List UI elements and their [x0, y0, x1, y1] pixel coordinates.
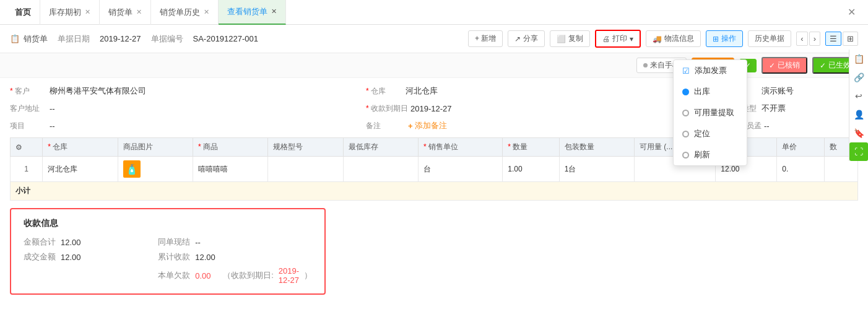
col-qty: * 数量 [503, 138, 559, 157]
sidebar-btn-expand[interactable]: ⛶ [849, 142, 868, 161]
note-label: 备注 [366, 121, 403, 131]
radio-unselected-icon [682, 110, 689, 116]
dropdown-pickup[interactable]: 可用量提取 [674, 102, 747, 123]
deal-label: 成交金额 [24, 251, 56, 263]
date-value: 2019-12-27 [100, 34, 141, 43]
sidebar-btn-5[interactable]: 🔖 [849, 124, 868, 142]
radio-refresh-icon [682, 152, 689, 158]
deal-value: 12.00 [61, 253, 81, 262]
nav-next-button[interactable]: › [809, 32, 820, 46]
tab-bar-right: ✕ [841, 6, 862, 18]
customer-addr-field: 客户地址 -- [10, 103, 366, 114]
view-grid-button[interactable]: ⊞ [843, 32, 858, 46]
addr-label: 客户地址 [10, 103, 47, 114]
col-pack-qty: 包装数量 [559, 138, 634, 157]
sold-badge[interactable]: ✓ 已核销 [762, 57, 807, 74]
nav-prev-button[interactable]: ‹ [796, 32, 807, 46]
tab-sales-order[interactable]: 销货单 ✕ [100, 0, 151, 25]
warehouse-value: 河北仓库 [406, 85, 438, 97]
logistics-button[interactable]: 🚚 物流信息 [646, 30, 701, 47]
warehouse-field: 仓库 河北仓库 [366, 85, 722, 97]
sidebar-btn-3[interactable]: ↩ [849, 87, 868, 105]
dropdown-outbound[interactable]: 出库 [674, 81, 747, 102]
col-price: 单价 [777, 138, 825, 157]
row-min-stock [343, 157, 418, 182]
dropdown-refresh[interactable]: 刷新 [674, 144, 747, 165]
customer-value: 柳州粤港平安气体有限公司 [50, 85, 146, 97]
row-warehouse: 河北仓库 [43, 157, 118, 182]
ticket-value: 不开票 [762, 103, 786, 114]
due-suffix2: ） [304, 270, 312, 281]
row-price: 0. [777, 157, 825, 182]
toolbar: + 新增 ↗ 分享 ⬜ 复制 🖨 打印 ▾ 🚚 物流信息 ⊞ 操作 [468, 30, 858, 48]
doc-meta: 单据日期 2019-12-27 单据编号 SA-20191227-001 [58, 33, 258, 45]
copy-button[interactable]: ⬜ 复制 [550, 30, 590, 47]
col-spec: 规格型号 [268, 138, 343, 157]
project-value: -- [50, 121, 55, 131]
date-label: 单据日期 [58, 33, 90, 45]
col-gear: ⚙ [11, 138, 43, 157]
due-date-field: 收款到期日 2019-12-27 [366, 103, 722, 114]
grid-icon: ⊞ [713, 35, 719, 43]
due-date: 2019-12-27 [279, 266, 299, 285]
view-icons: ☰ ⊞ [825, 32, 858, 46]
due-date-label: 收款到期日 [366, 103, 408, 114]
effect-check-icon: ✓ [820, 61, 826, 70]
cumulative-value: 12.00 [195, 253, 215, 262]
checkbox-icon: ☑ [682, 66, 690, 76]
doc-number: SA-20191227-001 [193, 34, 259, 43]
tab-inventory-init[interactable]: 库存期初 ✕ [40, 0, 100, 25]
share-icon: ↗ [514, 35, 521, 43]
product-image: 🧴 [123, 160, 141, 178]
addr-value: -- [50, 104, 55, 113]
new-button[interactable]: + 新增 [468, 30, 503, 47]
row-qty: 1.00 [503, 157, 559, 182]
actions-dropdown: ☑ 添加发票 出库 可用量提取 定位 刷新 [673, 59, 747, 166]
doc-header: 📋 销货单 单据日期 2019-12-27 单据编号 SA-20191227-0… [0, 25, 868, 53]
add-note-button[interactable]: 添加备注 [408, 120, 447, 131]
close-tab-sales[interactable]: ✕ [136, 8, 142, 16]
total-label: 金额合计 [24, 237, 56, 248]
close-all-tabs[interactable]: ✕ [841, 7, 862, 17]
cumulative-row: 累计收款 12.00 [158, 251, 312, 263]
project-field: 项目 -- [10, 121, 366, 131]
row-unit: 台 [418, 157, 502, 182]
phone-icon [643, 63, 648, 67]
actions-button[interactable]: ⊞ 操作 [706, 30, 743, 47]
history-button[interactable]: 历史单据 [748, 30, 791, 47]
dropdown-locate[interactable]: 定位 [674, 123, 747, 144]
close-tab-view-sales[interactable]: ✕ [271, 7, 277, 15]
print-button[interactable]: 🖨 打印 ▾ [595, 30, 641, 48]
right-sidebar: 📋 🔗 ↩ 👤 🔖 ⛶ [849, 50, 868, 161]
total-value: 12.00 [61, 238, 81, 247]
tab-view-sales[interactable]: 查看销货单 ✕ [219, 0, 286, 25]
sidebar-btn-1[interactable]: 📋 [849, 50, 868, 68]
col-min-stock: 最低库存 [343, 138, 418, 157]
warehouse-label: 仓库 [366, 86, 403, 97]
print-dropdown-arrow: ▾ [630, 35, 633, 43]
staff-value: 演示账号 [762, 85, 794, 97]
print-icon: 🖨 [602, 35, 610, 43]
tab-sales-history[interactable]: 销货单历史 ✕ [151, 0, 219, 25]
doc-type-label: 销货单 [24, 33, 48, 45]
sidebar-btn-2[interactable]: 🔗 [849, 68, 868, 87]
close-tab-inventory[interactable]: ✕ [85, 8, 90, 16]
payment-title: 收款信息 [24, 218, 312, 229]
row-pack-qty: 1台 [559, 157, 634, 182]
view-list-button[interactable]: ☰ [825, 32, 841, 46]
col-product: * 商品 [193, 138, 267, 157]
dropdown-add-invoice[interactable]: ☑ 添加发票 [674, 60, 747, 81]
total-row: 金额合计 12.00 [24, 237, 139, 248]
due-value: 0.00 [195, 271, 210, 280]
share-button[interactable]: ↗ 分享 [508, 30, 545, 47]
tab-home[interactable]: 首页 [6, 0, 40, 25]
row-img: 🧴 [118, 157, 193, 182]
doc-icon: 📋 [10, 34, 20, 43]
close-tab-history[interactable]: ✕ [204, 8, 209, 16]
payment-grid: 金额合计 12.00 同单现结 -- 成交金额 12.00 累计收款 12.00… [24, 237, 312, 285]
radio-locate-icon [682, 131, 689, 137]
customer-field: 客户 柳州粤港平安气体有限公司 [10, 85, 366, 97]
radio-selected-icon [682, 89, 689, 95]
truck-icon: 🚚 [653, 35, 662, 43]
sidebar-btn-4[interactable]: 👤 [849, 105, 868, 124]
